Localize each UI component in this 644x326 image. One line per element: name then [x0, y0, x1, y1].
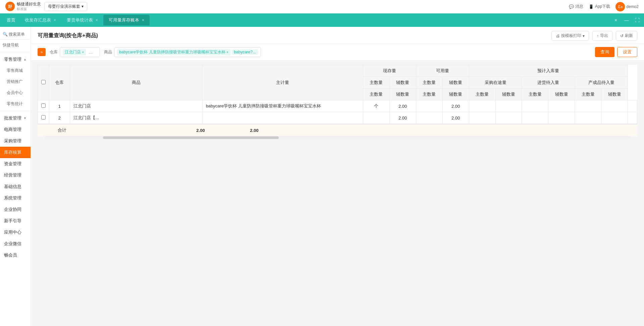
sidebar-quick-label: 快捷导航	[3, 43, 19, 47]
table-footer: 合计 2.00 2.00	[38, 124, 637, 136]
cell-production-main-0	[601, 100, 628, 112]
sidebar-retail-stats-label: 零售统计	[7, 101, 23, 107]
cell-inbound-main-0	[548, 100, 575, 112]
tab-available-inventory-close[interactable]: ×	[142, 18, 144, 22]
row-checkbox-1[interactable]	[41, 115, 46, 120]
cell-warehouse-1: 江北门店【...	[70, 112, 202, 124]
refresh-label: 刷新	[625, 33, 633, 39]
sidebar-item-system[interactable]: 系统管理	[0, 192, 31, 204]
cell-purchase-main-0	[495, 100, 522, 112]
nav-maximize-btn[interactable]: ⛶	[633, 16, 641, 24]
th-purchase-aux: 辅数量	[495, 89, 522, 100]
cell-production-aux-0	[628, 100, 637, 112]
sidebar-item-app-center[interactable]: 应用中心	[0, 227, 31, 238]
cell-production-aux-1	[628, 112, 637, 124]
cell-product-1	[202, 112, 363, 124]
logo-sub: 标准版	[17, 7, 41, 11]
sidebar-item-member[interactable]: 畅会员	[0, 249, 31, 261]
logo-icon: 好	[5, 2, 15, 11]
refresh-icon: ↺	[620, 34, 624, 38]
print-template-btn[interactable]: 🖨 按模板打印 ▾	[551, 31, 589, 41]
chevron-down-icon: ▾	[82, 4, 84, 9]
th-inbound-aux: 辅数量	[548, 89, 575, 100]
sidebar-item-inventory[interactable]: 库存核算	[0, 147, 31, 158]
cell-checkbox-1[interactable]	[38, 112, 49, 124]
top-bar-right: 💬 消息 📱 App下载 Ea demo2	[569, 2, 639, 11]
warehouse-filter-dots[interactable]: ...	[89, 49, 93, 55]
username: demo2	[626, 4, 639, 9]
sidebar-item-basic-info[interactable]: 基础信息	[0, 181, 31, 192]
th-forecast-group: 预计入库量	[469, 65, 628, 77]
sidebar-item-retail-store[interactable]: 零售商城	[0, 65, 31, 76]
query-button[interactable]: 查询	[595, 47, 614, 57]
message-action[interactable]: 💬 消息	[569, 4, 583, 9]
top-bar: 好 畅捷通好生意 标准版 母婴行业演示账套 ▾ 💬 消息 📱 App下载 Ea …	[0, 0, 644, 13]
tab-available-inventory[interactable]: 可用量库存账本 ×	[103, 15, 150, 26]
sidebar-item-enterprise[interactable]: 企业协同	[0, 204, 31, 215]
product-tag-1-close[interactable]: ×	[226, 50, 228, 54]
warehouse-filter-input[interactable]: 江北门店 × ...	[60, 47, 100, 57]
sidebar-item-retail-stats[interactable]: 零售统计	[0, 98, 31, 109]
th-production-group: 产成品待入量	[575, 77, 628, 89]
sidebar-item-guide[interactable]: 新手引导	[0, 215, 31, 227]
nav-right-actions: × — ⛶	[612, 16, 641, 24]
footer-total-label: 合计	[51, 127, 66, 133]
cell-available-main-0: 2.00	[442, 100, 469, 112]
sidebar-guide-label: 新手引导	[4, 218, 21, 224]
settings-button[interactable]: 设置	[617, 47, 637, 57]
sidebar-search[interactable]: 🔍 搜索菜单	[0, 30, 31, 40]
sidebar-item-wholesale[interactable]: 批发管理	[0, 112, 31, 124]
row-checkbox-0[interactable]	[41, 103, 46, 108]
content-area: 可用量查询(按仓库+商品) 🖨 按模板打印 ▾ ↑ 导出 ↺ 刷新	[31, 27, 644, 326]
logo-text: 畅捷通好生意	[17, 2, 41, 6]
sidebar-wechat-label: 企业微信	[4, 241, 21, 247]
tab-order-stats[interactable]: 要货单统计表 ×	[61, 15, 103, 26]
sidebar-item-finance[interactable]: 资金管理	[0, 158, 31, 170]
sidebar-item-ecommerce[interactable]: 电商管理	[0, 124, 31, 135]
logo: 好 畅捷通好生意 标准版	[5, 2, 41, 11]
th-production-aux: 辅数量	[601, 89, 628, 100]
sidebar-item-operations[interactable]: 经营管理	[0, 170, 31, 181]
sidebar-app-center-label: 应用中心	[4, 229, 21, 235]
cell-inbound-aux-0	[575, 100, 601, 112]
filter-expand-btn[interactable]: »	[38, 48, 46, 56]
product-filter-input[interactable]: babycare学饮杯 儿童防摔防撞吸管杯重力球吸嘴杯宝宝水杯 × babyca…	[114, 47, 261, 57]
warehouse-tag-close[interactable]: ×	[82, 50, 84, 54]
sidebar-item-purchase[interactable]: 采购管理	[0, 135, 31, 147]
cell-production-main-1	[601, 112, 628, 124]
cell-purchase-main-1	[495, 112, 522, 124]
cell-inbound-aux-1	[575, 112, 601, 124]
cell-inbound-main-1	[548, 112, 575, 124]
user-profile[interactable]: Ea demo2	[615, 2, 639, 11]
sidebar-item-retail[interactable]: 零售管理	[0, 54, 31, 65]
inventory-table: 仓库 商品 主计量 现存量 可用量 预计入库量 主数量 辅数量 主数量 辅数量	[38, 65, 637, 124]
scrollbar-thumb[interactable]	[103, 136, 279, 139]
tab-order-stats-close[interactable]: ×	[96, 18, 98, 22]
sidebar-search-label: 搜索菜单	[9, 32, 25, 37]
app-download-action[interactable]: 📱 App下载	[589, 4, 610, 9]
filter-action-buttons: 查询 设置	[595, 47, 637, 57]
sidebar-quick-nav[interactable]: 快捷导航	[0, 41, 31, 49]
warehouse-selector[interactable]: 母婴行业演示账套 ▾	[44, 2, 87, 11]
sidebar-item-marketing[interactable]: 营销推广	[0, 76, 31, 87]
print-icon: 🖨	[556, 34, 560, 38]
sidebar-finance-label: 资金管理	[4, 161, 21, 167]
sidebar-item-wechat[interactable]: 企业微信	[0, 238, 31, 249]
th-available-group: 可用量	[416, 65, 469, 77]
select-all-checkbox[interactable]	[41, 80, 46, 84]
nav-close-btn[interactable]: ×	[612, 16, 620, 24]
sidebar-item-membership[interactable]: 会员中心	[0, 87, 31, 98]
nav-minimize-btn[interactable]: —	[623, 16, 631, 24]
product-tag-2: babycare?...	[232, 49, 258, 55]
sidebar-basic-info-label: 基础信息	[4, 184, 21, 190]
product-tag-1-text: babycare学饮杯 儿童防摔防撞吸管杯重力球吸嘴杯宝宝水杯	[119, 49, 225, 55]
nav-home-tab[interactable]: 首页	[3, 17, 19, 23]
tab-receivable-summary[interactable]: 收发存汇总表 ×	[19, 15, 61, 26]
cell-checkbox-0[interactable]	[38, 100, 49, 112]
horizontal-scrollbar[interactable]	[44, 136, 631, 139]
main-layout: 🔍 搜索菜单 快捷导航 零售管理 零售商城 营销推广 会员中心 零售统计 批发管…	[0, 27, 644, 326]
refresh-btn[interactable]: ↺ 刷新	[616, 31, 637, 41]
export-btn[interactable]: ↑ 导出	[592, 31, 612, 41]
tab-receivable-summary-close[interactable]: ×	[54, 18, 56, 22]
message-label: 消息	[575, 4, 583, 9]
